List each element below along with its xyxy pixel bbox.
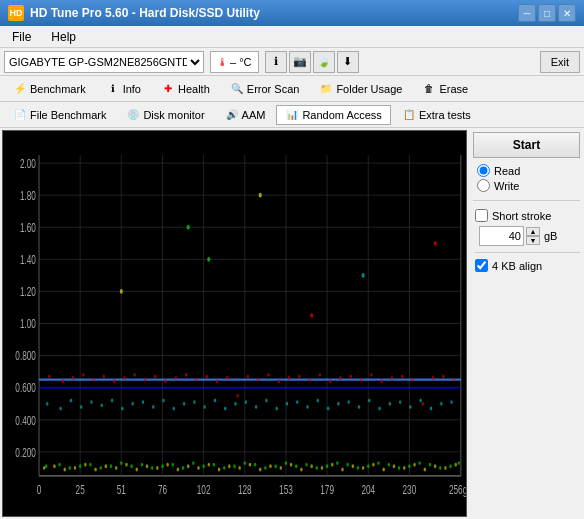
svg-point-96 [151, 466, 153, 470]
tab-erase[interactable]: 🗑 Erase [413, 79, 477, 99]
svg-point-175 [121, 407, 123, 411]
tab-disk-monitor[interactable]: 💿 Disk monitor [117, 105, 213, 125]
svg-point-75 [352, 464, 354, 468]
stroke-value-input[interactable] [479, 226, 524, 246]
svg-point-52 [115, 466, 117, 470]
svg-point-97 [161, 464, 163, 468]
spinner-up-button[interactable]: ▲ [526, 227, 540, 236]
svg-point-53 [125, 463, 127, 467]
folder-icon: 📁 [319, 82, 333, 96]
svg-point-147 [247, 375, 249, 379]
svg-point-91 [100, 466, 102, 470]
spinner-buttons: ▲ ▼ [526, 227, 540, 245]
exit-button[interactable]: Exit [540, 51, 580, 73]
svg-point-138 [154, 375, 156, 379]
svg-text:0.800: 0.800 [15, 348, 36, 362]
svg-point-106 [254, 463, 256, 467]
svg-point-189 [265, 399, 267, 403]
read-write-group: Read Write [477, 164, 580, 192]
svg-text:25: 25 [76, 482, 85, 496]
svg-point-78 [382, 468, 384, 472]
svg-point-207 [450, 400, 452, 404]
svg-point-120 [398, 466, 400, 470]
svg-point-144 [216, 379, 218, 383]
svg-point-179 [162, 399, 164, 403]
maximize-button[interactable]: □ [538, 4, 556, 22]
svg-point-211 [362, 273, 365, 278]
separator [473, 200, 580, 201]
svg-point-74 [341, 468, 343, 472]
svg-point-177 [142, 400, 144, 404]
error-scan-icon: 🔍 [230, 82, 244, 96]
svg-text:1.60: 1.60 [20, 220, 36, 234]
svg-point-93 [120, 461, 122, 465]
tab-health[interactable]: ✚ Health [152, 79, 219, 99]
tab-aam[interactable]: 🔊 AAM [216, 105, 275, 125]
svg-point-140 [175, 376, 177, 380]
svg-point-132 [92, 378, 94, 382]
menu-bar: File Help [0, 26, 584, 48]
app-icon: HD [8, 5, 24, 21]
menu-file[interactable]: File [8, 28, 35, 46]
svg-text:1.80: 1.80 [20, 188, 36, 202]
minimize-button[interactable]: ─ [518, 4, 536, 22]
read-radio[interactable] [477, 164, 490, 177]
svg-point-131 [82, 373, 84, 377]
start-button[interactable]: Start [473, 132, 580, 158]
tab-extra-tests[interactable]: 📋 Extra tests [393, 105, 480, 125]
svg-text:1.40: 1.40 [20, 252, 36, 266]
tab-benchmark[interactable]: ⚡ Benchmark [4, 79, 95, 99]
download-icon-btn[interactable]: ⬇ [337, 51, 359, 73]
info-icon-btn[interactable]: ℹ [265, 51, 287, 73]
svg-point-112 [316, 466, 318, 470]
file-benchmark-icon: 📄 [13, 108, 27, 122]
write-label: Write [494, 180, 519, 192]
svg-point-190 [275, 407, 277, 411]
right-panel: Start Read Write Short stroke ▲ ▼ [469, 128, 584, 519]
window-title: HD Tune Pro 5.60 - Hard Disk/SSD Utility [30, 6, 260, 20]
leaf-icon-btn[interactable]: 🍃 [313, 51, 335, 73]
svg-point-161 [391, 376, 393, 380]
svg-text:102: 102 [197, 482, 211, 496]
svg-point-171 [80, 405, 82, 409]
write-radio[interactable] [477, 179, 490, 192]
svg-point-82 [424, 468, 426, 472]
short-stroke-checkbox[interactable] [475, 209, 488, 222]
svg-point-203 [409, 405, 411, 409]
spinner-down-button[interactable]: ▼ [526, 236, 540, 245]
svg-point-196 [337, 402, 339, 406]
drive-select[interactable]: GIGABYTE GP-GSM2NE8256GNTD (256 [4, 51, 204, 73]
svg-point-103 [223, 466, 225, 470]
svg-point-134 [113, 379, 115, 383]
svg-point-102 [213, 463, 215, 467]
svg-point-85 [454, 463, 456, 467]
svg-point-136 [133, 373, 135, 377]
stroke-spinner-row: ▲ ▼ gB [479, 226, 580, 246]
svg-point-205 [430, 407, 432, 411]
svg-point-194 [317, 399, 319, 403]
tab-random-access[interactable]: 📊 Random Access [276, 105, 390, 125]
svg-text:230: 230 [403, 482, 417, 496]
tab-info[interactable]: ℹ Info [97, 79, 150, 99]
svg-point-84 [444, 466, 446, 470]
svg-point-99 [182, 466, 184, 470]
svg-point-133 [103, 375, 105, 379]
disk-monitor-icon: 💿 [126, 108, 140, 122]
read-label: Read [494, 165, 520, 177]
camera-icon-btn[interactable]: 📷 [289, 51, 311, 73]
svg-text:0.200: 0.200 [15, 445, 36, 459]
align-checkbox[interactable] [475, 259, 488, 272]
tab-error-scan[interactable]: 🔍 Error Scan [221, 79, 309, 99]
close-button[interactable]: ✕ [558, 4, 576, 22]
svg-point-64 [238, 466, 240, 470]
svg-point-51 [105, 464, 107, 468]
svg-point-143 [205, 375, 207, 379]
tab-folder-usage[interactable]: 📁 Folder Usage [310, 79, 411, 99]
svg-point-210 [310, 313, 313, 318]
tab-file-benchmark[interactable]: 📄 File Benchmark [4, 105, 115, 125]
svg-point-202 [399, 400, 401, 404]
menu-help[interactable]: Help [47, 28, 80, 46]
svg-point-59 [187, 464, 189, 468]
separator-2 [475, 252, 580, 253]
svg-point-185 [224, 407, 226, 411]
